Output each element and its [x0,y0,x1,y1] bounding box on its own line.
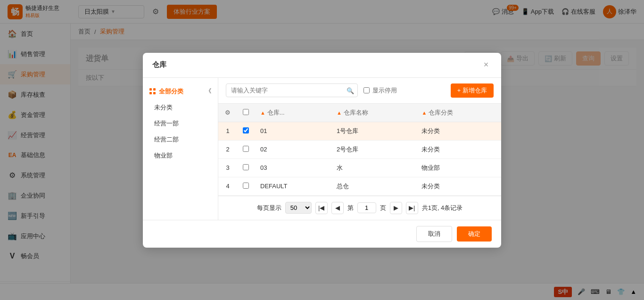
show-disabled-checkbox[interactable] [363,87,370,93]
all-category-label: 全部分类 [159,87,183,96]
col-settings: ⚙ [218,104,237,122]
row-category: 未分类 [416,177,501,195]
last-page-button[interactable]: ▶| [406,202,418,214]
modal-close-button[interactable]: × [480,59,492,71]
row-name: 水 [331,158,416,177]
row-no: 2 [218,140,237,158]
table-header: ⚙ ▲ 仓库... [218,104,501,122]
row-category: 未分类 [416,122,501,140]
row-no: 4 [218,177,237,195]
sort-icon-cat: ▲ [421,110,427,116]
row-code: DEFAULT [255,177,331,195]
page-label: 第 [347,204,354,212]
row-no: 3 [218,158,237,177]
table-row[interactable]: 1 01 1号仓库 未分类 [218,122,501,140]
row-code: 03 [255,158,331,177]
table-body: 1 01 1号仓库 未分类 2 02 2号仓库 未分类 3 03 水 物业部 4… [218,122,501,195]
show-disabled-label[interactable]: 显示停用 [363,86,397,95]
category-item-ops2[interactable]: 经营二部 [143,132,218,148]
sort-icon-name: ▲ [337,110,342,116]
new-warehouse-button[interactable]: + 新增仓库 [451,83,494,98]
table-row[interactable]: 4 DEFAULT 总仓 未分类 [218,177,501,195]
cancel-button[interactable]: 取消 [416,226,452,242]
total-info: 共1页, 4条记录 [422,204,463,212]
col-code: ▲ 仓库... [255,104,331,122]
category-item-unclassified[interactable]: 未分类 [143,100,218,116]
category-item-ops1[interactable]: 经营一部 [143,116,218,132]
confirm-button[interactable]: 确定 [457,226,492,242]
row-category: 未分类 [416,140,501,158]
table-row[interactable]: 2 02 2号仓库 未分类 [218,140,501,158]
row-code: 01 [255,122,331,140]
col-name: ▲ 仓库名称 [331,104,416,122]
search-bar: 🔍 显示停用 + 新增仓库 [218,78,501,104]
row-checkbox[interactable] [237,177,255,195]
prev-page-button[interactable]: ◀ [331,202,344,214]
row-code: 02 [255,140,331,158]
category-item-property[interactable]: 物业部 [143,148,218,164]
row-name: 总仓 [331,177,416,195]
warehouse-modal: 仓库 × 全部分类 《 未分类 经营一部 经营二部 物业部 [143,53,501,248]
col-category: ▲ 仓库分类 [416,104,501,122]
row-checkbox[interactable] [237,122,255,140]
modal-footer: 取消 确定 [143,220,501,248]
first-page-button[interactable]: |◀ [315,202,328,214]
modal-overlay: 仓库 × 全部分类 《 未分类 经营一部 经营二部 物业部 [0,0,644,300]
row-checkbox[interactable] [237,140,255,158]
row-no: 1 [218,122,237,140]
col-checkbox [237,104,255,122]
modal-body: 全部分类 《 未分类 经营一部 经营二部 物业部 🔍 [143,78,501,220]
page-number-input[interactable] [357,202,376,213]
all-category-item[interactable]: 全部分类 《 [143,83,218,100]
row-name: 1号仓库 [331,122,416,140]
table-panel: 🔍 显示停用 + 新增仓库 ⚙ [218,78,501,220]
category-grid-icon [149,88,156,95]
search-icon[interactable]: 🔍 [347,87,354,94]
table-scroll: ⚙ ▲ 仓库... [218,104,501,196]
page-unit: 页 [380,204,386,212]
modal-header: 仓库 × [143,53,501,78]
page-size-label: 每页显示 [257,204,281,212]
search-input[interactable] [226,83,358,97]
sort-icon: ▲ [260,110,265,116]
row-name: 2号仓库 [331,140,416,158]
select-all-checkbox[interactable] [243,109,249,115]
page-size-select[interactable]: 50 20 100 [285,202,312,214]
collapse-icon[interactable]: 《 [206,87,211,95]
modal-title: 仓库 [152,60,166,69]
warehouse-table: ⚙ ▲ 仓库... [218,104,501,196]
table-settings-icon[interactable]: ⚙ [225,109,231,116]
table-row[interactable]: 3 03 水 物业部 [218,158,501,177]
next-page-button[interactable]: ▶ [390,202,402,214]
search-input-wrap: 🔍 [226,83,358,97]
category-panel: 全部分类 《 未分类 经营一部 经营二部 物业部 [143,78,218,220]
row-checkbox[interactable] [237,158,255,177]
row-category: 物业部 [416,158,501,177]
pagination: 每页显示 50 20 100 |◀ ◀ 第 页 ▶ ▶| 共1页, 4条记录 [218,196,501,220]
